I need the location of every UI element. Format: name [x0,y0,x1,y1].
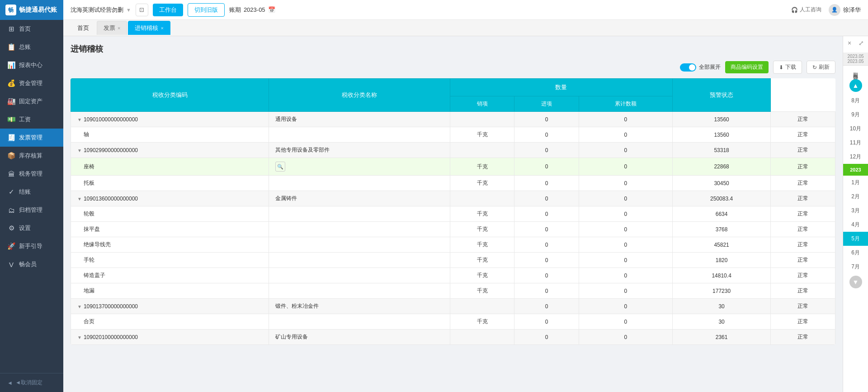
cell-total: 30 [672,314,771,330]
table-row[interactable]: ▼109013700000000000锻件、粉末冶金件0030正常 [71,299,835,314]
table-row[interactable]: 轴千克0013560正常 [71,127,835,143]
expand-icon[interactable]: ▼ [77,148,82,153]
sidebar-item-fixed-assets[interactable]: 🏭 固定资产 [0,92,63,110]
cell-name [269,268,450,283]
table-row[interactable]: ▼109010000000000000通用设备0013560正常 [71,112,835,127]
period-month-7[interactable]: 7月 [843,260,868,274]
period-month-12[interactable]: 12月 [843,150,868,164]
period-month-11[interactable]: 11月 [843,136,868,150]
table-row[interactable]: 手轮千克001820正常 [71,253,835,268]
panel-expand-button[interactable]: ⤢ [856,38,866,48]
th-purchase: 进项 [514,96,579,112]
period-month-3[interactable]: 3月 [843,204,868,218]
table-row[interactable]: 抹平盘千克003768正常 [71,222,835,237]
sidebar-item-home[interactable]: ⊞ 首页 [0,20,63,38]
tab-reconciliation-close[interactable]: × [160,25,163,31]
help-button[interactable]: 🎧 人工咨询 [791,6,821,14]
period-month-10[interactable]: 10月 [843,122,868,136]
cell-unit: 千克 [450,237,514,253]
cell-unit: 千克 [450,127,514,143]
main-table-container: 税收分类编码 税收分类名称 数量 预警状态 销项 进项 累计数额 ▼109010… [71,78,835,345]
period-month-6[interactable]: 6月 [843,246,868,260]
sidebar: 畅 畅捷通易代账 ⊞ 首页 📋 总账 📊 报表中心 💰 资金管理 🏭 固定资产 … [0,0,63,392]
save-button[interactable]: ⊡ [136,4,148,16]
cell-name: 金属铸件 [269,191,450,206]
period-month-9[interactable]: 9月 [843,108,868,122]
cell-sales: 0 [514,222,579,237]
cell-name [269,222,450,237]
company-selector[interactable]: 沈海英测试经营勿删 ▼ [71,6,131,14]
workbench-button[interactable]: 工作台 [153,4,183,16]
sidebar-item-archive[interactable]: 🗂 归档管理 [0,201,63,219]
switch-old-button[interactable]: 切到旧版 [188,3,225,17]
expand-icon[interactable]: ▼ [77,335,82,340]
settings-icon: ⚙ [7,224,15,232]
expand-icon[interactable]: ▼ [77,117,82,122]
table-row[interactable]: 地漏千克00177230正常 [71,283,835,299]
tab-invoices[interactable]: 发票 × [97,21,127,35]
period-month-4[interactable]: 4月 [843,218,868,232]
cell-status: 正常 [771,222,835,237]
sidebar-item-guide[interactable]: 🚀 新手引导 [0,237,63,255]
sidebar-item-closing[interactable]: ✓ 结账 [0,183,63,201]
sidebar-item-reports[interactable]: 📊 报表中心 [0,56,63,74]
table-row[interactable]: ▼109029900000000000其他专用设备及零部件0053318正常 [71,143,835,158]
period-month-2[interactable]: 2月 [843,190,868,204]
user-menu[interactable]: 👤 徐泽华 [829,4,861,16]
logo-text: 畅捷通易代账 [19,6,57,14]
sidebar-item-ledger[interactable]: 📋 总账 [0,38,63,56]
expand-icon[interactable]: ▼ [77,196,82,201]
avatar: 👤 [829,4,840,16]
table-row[interactable]: 托板千克0030450正常 [71,176,835,191]
sidebar-unpin-button[interactable]: ◄ ◄取消固定 [0,373,63,392]
period-month-5[interactable]: 5月 [843,232,868,246]
cell-name: 通用设备 [269,112,450,127]
sidebar-item-settings[interactable]: ⚙ 设置 [0,219,63,237]
expand-all-label: 全部展开 [699,63,721,71]
cell-name: 其他专用设备及零部件 [269,143,450,158]
table-row[interactable]: ▼109013600000000000金属铸件00250083.4正常 [71,191,835,206]
period-month-8[interactable]: 8月 [843,94,868,108]
table-row[interactable]: 座椅🔍千克0022868正常 [71,158,835,176]
period-selector-label: 期间选择 [852,66,859,75]
tab-reconciliation[interactable]: 进销稽核 × [128,21,170,35]
expand-icon[interactable]: ▼ [77,304,82,309]
product-code-setting-button[interactable]: 商品编码设置 [725,61,769,73]
sidebar-item-invoices[interactable]: 🧾 发票管理 [0,129,63,147]
download-button[interactable]: ⬇ 下载 [773,61,802,74]
toggle-track[interactable] [680,63,696,72]
cell-unit [450,191,514,206]
table-row[interactable]: 合页千克0030正常 [71,314,835,330]
save-icon: ⊡ [139,6,144,13]
tab-home[interactable]: 首页 [71,21,96,35]
cell-status: 正常 [771,127,835,143]
table-row[interactable]: 铸造盖子千克0014810.4正常 [71,268,835,283]
expand-all-toggle[interactable]: 全部展开 [680,63,721,72]
sidebar-item-tax[interactable]: 🏛 税务管理 [0,165,63,183]
tab-bar: 首页 发票 × 进销稽核 × [63,20,868,36]
panel-close-button[interactable]: × [844,38,854,48]
period-month-1[interactable]: 1月 [843,176,868,190]
sidebar-item-label: 新手引导 [19,242,42,250]
refresh-button[interactable]: ↻ 刷新 [807,61,835,74]
table-row[interactable]: ▼109020100000000000矿山专用设备002361正常 [71,330,835,345]
search-icon[interactable]: 🔍 [275,162,285,172]
table-row[interactable]: 轮毂千克006634正常 [71,206,835,222]
cell-unit: 千克 [450,222,514,237]
th-total: 累计数额 [579,96,672,112]
table-row[interactable]: 绝缘导线壳千克0045821正常 [71,237,835,253]
th-tax-name: 税收分类名称 [269,79,450,112]
cell-total: 3768 [672,222,771,237]
tab-invoices-close[interactable]: × [118,25,120,31]
scroll-up-button[interactable]: ▲ [849,79,862,92]
cell-status: 正常 [771,299,835,314]
sidebar-item-payroll[interactable]: 💵 工资 [0,110,63,129]
sidebar-item-inventory[interactable]: 📦 库存核算 [0,147,63,165]
calendar-icon[interactable]: 📅 [268,6,275,13]
scroll-down-button[interactable]: ▼ [849,276,862,288]
toolbar: 全部展开 商品编码设置 ⬇ 下载 ↻ 刷新 [71,61,835,74]
sidebar-item-member[interactable]: V 畅会员 [0,255,63,273]
sidebar-item-label: 工资 [19,115,31,124]
cell-unit: 千克 [450,283,514,299]
sidebar-item-funds[interactable]: 💰 资金管理 [0,74,63,92]
